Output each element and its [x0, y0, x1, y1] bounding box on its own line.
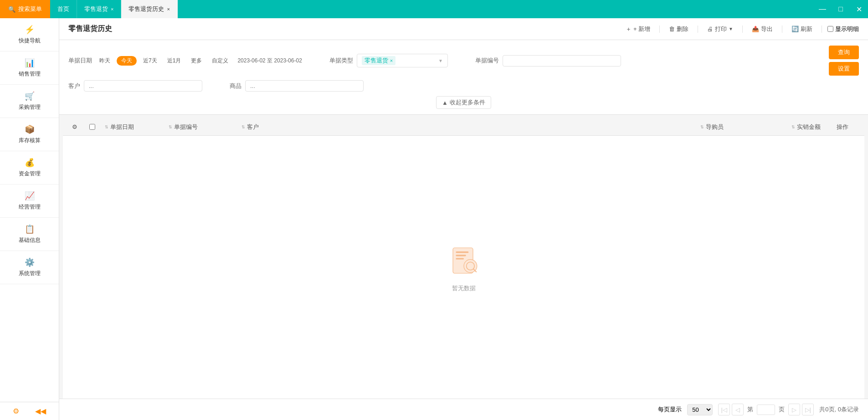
sidebar-item-quick-nav[interactable]: ⚡ 快捷导航 [0, 18, 59, 51]
table-header: ⚙ ⇅ 单据日期 ⇅ 单据编号 ⇅ 客户 ⇅ 导购员 [63, 118, 864, 136]
date-filter-label: 单据日期 [68, 56, 92, 65]
show-detail-label: 显示明细 [835, 25, 859, 33]
delete-icon: 🗑 [669, 26, 675, 32]
th-amount-label: 实销金额 [797, 123, 821, 131]
print-button[interactable]: 🖨 打印 ▼ [704, 23, 737, 35]
table-settings-icon[interactable]: ⚙ [67, 123, 83, 130]
date-yesterday-btn[interactable]: 昨天 [96, 56, 114, 66]
sys-mgmt-icon: ⚙️ [25, 257, 35, 267]
th-amount[interactable]: ⇅ 实销金额 [770, 123, 824, 131]
empty-state: 暂无数据 [63, 136, 864, 399]
th-date[interactable]: ⇅ 单据日期 [101, 123, 165, 131]
refresh-button[interactable]: 🔄 刷新 [788, 23, 816, 35]
th-num[interactable]: ⇅ 单据编号 [165, 123, 238, 131]
sales-mgmt-icon: 📊 [25, 58, 35, 68]
select-all-checkbox[interactable] [89, 124, 95, 130]
collapse-icon: ▲ [442, 99, 448, 106]
sidebar-item-sales-mgmt[interactable]: 📊 销售管理 [0, 51, 59, 85]
doc-type-dropdown-icon: ▼ [438, 58, 443, 63]
sidebar-item-operations[interactable]: 📈 经营管理 [0, 184, 59, 218]
show-detail-checkbox[interactable] [827, 26, 833, 32]
goods-input[interactable] [245, 80, 364, 92]
sidebar-item-sales-mgmt-label: 销售管理 [19, 70, 41, 78]
top-bar: 🔍 搜索菜单 首页 零售退货 × 零售退货历史 × — □ ✕ [0, 0, 868, 18]
divider-5 [822, 26, 822, 33]
sidebar-item-operations-label: 经营管理 [19, 203, 41, 211]
customer-label: 客户 [68, 82, 80, 90]
date-custom-btn[interactable]: 自定义 [208, 56, 232, 66]
sidebar-item-sys-mgmt[interactable]: ⚙️ 系统管理 [0, 251, 59, 284]
new-label: + 新增 [633, 25, 650, 33]
finance-icon: 💰 [25, 158, 35, 168]
svg-rect-1 [456, 251, 468, 253]
sidebar-item-finance[interactable]: 💰 资金管理 [0, 151, 59, 184]
customer-filter-group: 客户 [68, 80, 202, 92]
per-page-label: 每页显示 [658, 405, 682, 414]
filter-row-2: 客户 商品 [68, 80, 859, 92]
print-icon: 🖨 [707, 26, 713, 32]
sidebar-item-basic-info[interactable]: 📋 基础信息 [0, 218, 59, 251]
sidebar-item-purchase-mgmt[interactable]: 🛒 采购管理 [0, 85, 59, 118]
prev-page-button[interactable]: ◁ [732, 404, 744, 415]
th-guide[interactable]: ⇅ 导购员 [697, 123, 770, 131]
tab-retail-return[interactable]: 零售退货 × [77, 0, 121, 18]
doc-type-tags: 零售退货 × [362, 56, 395, 65]
show-detail-checkbox-label[interactable]: 显示明细 [827, 25, 859, 33]
export-button[interactable]: 📤 导出 [748, 23, 776, 35]
sidebar-item-finance-label: 资金管理 [19, 170, 41, 178]
doc-type-select[interactable]: 零售退货 × ▼ [357, 54, 448, 67]
first-page-button[interactable]: |◁ [718, 404, 730, 415]
last-page-button[interactable]: ▷| [802, 404, 814, 415]
page-input[interactable]: 1 [757, 405, 775, 415]
divider-3 [742, 26, 743, 33]
purchase-mgmt-icon: 🛒 [25, 91, 35, 101]
date-today-btn[interactable]: 今天 [117, 56, 137, 66]
date-more-btn[interactable]: 更多 [187, 56, 205, 66]
close-button[interactable]: ✕ [850, 0, 868, 18]
quick-nav-icon: ⚡ [25, 25, 35, 35]
th-num-label: 单据编号 [174, 123, 198, 131]
tab-retail-return-history[interactable]: 零售退货历史 × [121, 0, 177, 18]
doc-num-input[interactable] [503, 55, 621, 67]
maximize-button[interactable]: □ [832, 0, 850, 18]
settings-button[interactable]: 设置 [829, 62, 859, 76]
date-last7-btn[interactable]: 近7天 [139, 56, 161, 66]
date-last-month-btn[interactable]: 近1月 [164, 56, 185, 66]
search-menu-button[interactable]: 🔍 搜索菜单 [0, 0, 50, 18]
doc-type-filter-group: 单据类型 零售退货 × ▼ [329, 54, 448, 67]
customer-input[interactable] [84, 80, 202, 92]
sidebar-item-basic-info-label: 基础信息 [19, 236, 41, 244]
table-container: ⚙ ⇅ 单据日期 ⇅ 单据编号 ⇅ 客户 ⇅ 导购员 [63, 118, 864, 399]
per-page-select[interactable]: 10 20 50 100 [687, 404, 713, 415]
th-customer[interactable]: ⇅ 客户 [238, 123, 697, 131]
tab-home-label: 首页 [57, 5, 69, 13]
delete-button[interactable]: 🗑 删除 [665, 23, 692, 35]
volume-bottom-button[interactable]: ◀◀ [35, 407, 46, 415]
total-info: 共0页, 0条记录 [819, 405, 859, 414]
doc-type-tag-remove[interactable]: × [390, 58, 393, 63]
page-unit: 页 [779, 405, 785, 414]
sidebar-item-inventory[interactable]: 📦 库存核算 [0, 118, 59, 151]
th-guide-sort-icon: ⇅ [700, 125, 704, 129]
doc-num-filter-group: 单据编号 [475, 55, 621, 67]
query-button[interactable]: 查询 [829, 46, 859, 59]
settings-bottom-button[interactable]: ⚙ [13, 407, 19, 415]
collapse-button[interactable]: ▲ 收起更多条件 [436, 96, 491, 109]
date-filter-group: 单据日期 昨天 今天 近7天 近1月 更多 自定义 2023-06-02 至 2… [68, 56, 302, 66]
svg-rect-2 [456, 255, 466, 256]
empty-state-icon [446, 242, 482, 279]
tab-retail-return-history-close[interactable]: × [167, 6, 169, 12]
tab-retail-return-close[interactable]: × [111, 6, 113, 12]
inventory-icon: 📦 [25, 124, 35, 134]
basic-info-icon: 📋 [25, 224, 35, 234]
tab-home[interactable]: 首页 [50, 0, 77, 18]
tab-bar: 首页 零售退货 × 零售退货历史 × [50, 0, 813, 18]
next-page-button[interactable]: ▷ [788, 404, 800, 415]
doc-num-label: 单据编号 [475, 56, 499, 65]
th-num-sort-icon: ⇅ [169, 125, 172, 129]
page-title: 零售退货历史 [68, 24, 112, 34]
print-dropdown-icon: ▼ [729, 26, 733, 31]
new-button[interactable]: ＋ + 新增 [622, 23, 654, 35]
minimize-button[interactable]: — [813, 0, 832, 18]
table-select-all[interactable] [83, 124, 101, 130]
